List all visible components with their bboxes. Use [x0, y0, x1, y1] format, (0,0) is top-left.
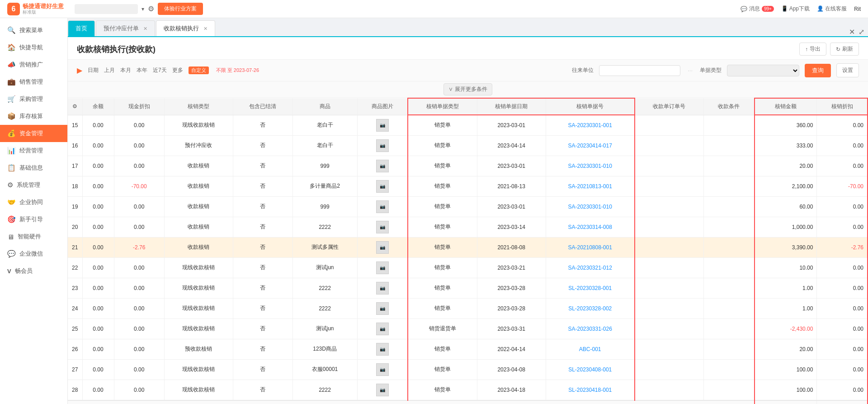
sidebar-item-operations[interactable]: 📊 经营管理: [0, 142, 67, 159]
app-download[interactable]: 📱 App下载: [781, 5, 810, 13]
sidebar-item-sales[interactable]: 💼 销售管理: [0, 73, 67, 90]
doc-number-link[interactable]: SA-20230331-026: [568, 326, 612, 332]
sidebar-item-basic[interactable]: 📋 基础信息: [0, 159, 67, 176]
tab-prepay[interactable]: 预付冲应付单 ✕: [96, 20, 155, 36]
sidebar-item-inventory[interactable]: 📦 库存核算: [0, 108, 67, 125]
cell-row-num: 16: [68, 135, 82, 156]
tab-receive-close[interactable]: ✕: [203, 26, 208, 32]
doc-type-select[interactable]: [727, 65, 799, 76]
table-row: 20 0.00 0.00 收款核销 否 2222 📷 销货单 2023-03-1…: [68, 217, 868, 237]
doc-number-link[interactable]: SA-20230321-012: [568, 265, 612, 271]
doc-number-link[interactable]: SA-20210808-001: [568, 244, 612, 251]
top-search-input[interactable]: [75, 4, 138, 14]
cell-product-image: 📷: [357, 298, 408, 318]
cell-doc-number[interactable]: SL-20230328-001: [546, 278, 634, 298]
product-image-thumb: 📷: [376, 384, 389, 396]
th-settings[interactable]: ⚙: [68, 98, 82, 115]
cell-write-off-discount: 0.00: [817, 298, 868, 318]
cell-doc-number[interactable]: SA-20210808-001: [546, 237, 634, 257]
sidebar-item-member[interactable]: V 畅会员: [0, 262, 67, 280]
this-year-link[interactable]: 本年: [137, 67, 147, 74]
doc-number-link[interactable]: SA-20230414-017: [568, 143, 612, 149]
cell-doc-type: 销货单: [408, 278, 477, 298]
sidebar-item-system[interactable]: ⚙ 系统管理: [0, 176, 67, 194]
setting-button[interactable]: 设置: [836, 63, 859, 77]
custom-btn[interactable]: 自定义: [189, 67, 209, 74]
product-image-thumb: 📷: [376, 241, 389, 254]
export-button[interactable]: ↑ 导出: [799, 43, 826, 56]
footer-write-off-discount: 952.24: [817, 400, 868, 404]
sidebar-item-collab[interactable]: 🤝 企业协同: [0, 194, 67, 211]
cell-row-num: 26: [68, 339, 82, 359]
maximize-icon[interactable]: ⤢: [859, 28, 864, 36]
cell-doc-number[interactable]: SL-20230328-002: [546, 298, 634, 318]
last7-link[interactable]: 近7天: [153, 67, 167, 74]
doc-number-link[interactable]: SA-20230314-008: [568, 224, 612, 230]
close-icon[interactable]: ✕: [849, 28, 855, 36]
top-dropdown[interactable]: ▾: [142, 6, 144, 12]
cell-doc-number[interactable]: SA-20230301-010: [546, 196, 634, 217]
more-link[interactable]: 更多: [172, 67, 183, 74]
cell-doc-number[interactable]: SA-20230414-017: [546, 135, 634, 156]
cell-doc-number[interactable]: SA-20210813-001: [546, 176, 634, 196]
sidebar-item-guide[interactable]: 🎯 新手引导: [0, 211, 67, 228]
doc-number-link[interactable]: SA-20230301-010: [568, 163, 612, 169]
cell-doc-number[interactable]: SA-20230301-001: [546, 115, 634, 135]
cell-doc-number[interactable]: SL-20230418-001: [546, 380, 634, 400]
cell-doc-number[interactable]: SA-20230321-012: [546, 257, 634, 278]
doc-number-link[interactable]: SA-20210813-001: [568, 183, 612, 190]
industry-btn[interactable]: 体验行业方案: [158, 3, 203, 15]
from-unit-input[interactable]: [599, 65, 680, 76]
sidebar-item-wechat[interactable]: 💬 企业微信: [0, 245, 67, 262]
sidebar-item-nav[interactable]: 🏠 快捷导航: [0, 39, 67, 56]
table-area[interactable]: ⚙ 余额 现金折扣 核销类型 包含已结清 商品 商品图片 核销单据类型 核销单据…: [68, 98, 868, 404]
th-write-off-amount: 核销金额: [755, 98, 817, 115]
cell-product-image: 📷: [357, 115, 408, 135]
doc-number-link[interactable]: SL-20230328-002: [568, 305, 612, 312]
doc-number-link[interactable]: SL-20230418-001: [568, 387, 612, 393]
sales-icon: 💼: [7, 78, 16, 86]
cell-product-image: 📷: [357, 359, 408, 380]
doc-number-link[interactable]: SA-20230301-001: [568, 122, 612, 128]
cell-include-settled: 否: [233, 257, 292, 278]
cell-doc-number[interactable]: SA-20230314-008: [546, 217, 634, 237]
cell-product: 测试jun: [292, 318, 357, 339]
tab-prepay-close[interactable]: ✕: [143, 26, 147, 32]
tab-home[interactable]: 首页: [68, 20, 95, 36]
this-month-link[interactable]: 本月: [120, 67, 131, 74]
cell-doc-date: 2021-08-13: [477, 176, 546, 196]
footer-write-off-amount: 40,556,66...: [755, 400, 817, 404]
date-range: 不限 至 2023-07-26: [216, 67, 259, 74]
doc-number-link[interactable]: SL-20230328-001: [568, 285, 612, 291]
message-area[interactable]: 💬 消息 99+: [741, 5, 774, 13]
cell-receipt-order: [635, 217, 704, 237]
cell-doc-number[interactable]: SA-20230331-026: [546, 318, 634, 339]
page-header: 收款核销执行(按收款) ↑ 导出 ↻ 刷新: [68, 37, 868, 60]
expand-conditions-btn[interactable]: ∨ 展开更多条件: [443, 83, 492, 95]
refresh-button[interactable]: ↻ 刷新: [830, 43, 859, 56]
sidebar-item-search[interactable]: 🔍 搜索菜单: [0, 22, 67, 39]
doc-number-link[interactable]: SA-20230301-010: [568, 204, 612, 210]
cell-doc-number[interactable]: SA-20230301-010: [546, 156, 634, 176]
sidebar-item-finance[interactable]: 💰 资金管理: [0, 125, 67, 142]
gear-button[interactable]: ⚙: [148, 5, 154, 13]
doc-number-link[interactable]: SL-20230408-001: [568, 366, 612, 373]
sidebar-item-marketing[interactable]: 📣 营销推广: [0, 56, 67, 73]
last-month-link[interactable]: 上月: [104, 67, 115, 74]
doc-number-link[interactable]: ABC-001: [579, 346, 601, 352]
cell-receipt-condition: [704, 135, 755, 156]
filter-expand-arrow[interactable]: ▶: [77, 66, 82, 75]
cell-write-off-discount: 0.00: [817, 380, 868, 400]
cell-receipt-order: [635, 135, 704, 156]
sidebar-item-purchase[interactable]: 🛒 采购管理: [0, 90, 67, 108]
cell-doc-number[interactable]: ABC-001: [546, 339, 634, 359]
cell-receipt-order: [635, 278, 704, 298]
query-button[interactable]: 查询: [805, 64, 831, 77]
message-label: 消息: [749, 5, 760, 13]
tab-receive[interactable]: 收款核销执行 ✕: [156, 20, 215, 36]
cell-doc-number[interactable]: SL-20230408-001: [546, 359, 634, 380]
online-service[interactable]: 👤 在线客服: [817, 5, 847, 13]
cell-include-settled: 否: [233, 237, 292, 257]
sidebar-item-hardware[interactable]: 🖥 智能硬件: [0, 228, 67, 245]
separator1: ···: [688, 67, 693, 74]
